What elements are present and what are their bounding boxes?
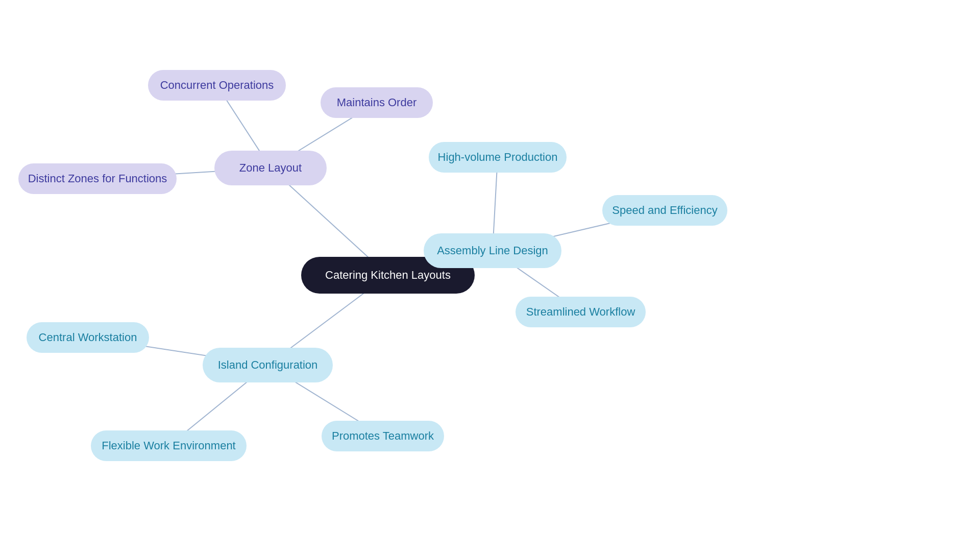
node-flexible-label: Flexible Work Environment: [102, 439, 235, 453]
node-streamlined-label: Streamlined Workflow: [526, 305, 635, 320]
node-maintains-label: Maintains Order: [337, 95, 417, 110]
node-maintains-order: Maintains Order: [321, 87, 433, 118]
node-concurrent-operations: Concurrent Operations: [148, 70, 286, 101]
node-high-volume: High-volume Production: [429, 142, 567, 173]
node-workstation-label: Central Workstation: [39, 330, 137, 345]
node-teamwork-label: Promotes Teamwork: [332, 429, 434, 444]
node-assembly-line: Assembly Line Design: [424, 233, 561, 268]
node-central-label: Catering Kitchen Layouts: [325, 268, 451, 283]
node-flexible-work: Flexible Work Environment: [91, 430, 247, 461]
node-speed-label: Speed and Efficiency: [612, 203, 717, 218]
node-distinct-zones: Distinct Zones for Functions: [18, 163, 177, 194]
node-island-label: Island Configuration: [218, 358, 318, 373]
node-distinct-label: Distinct Zones for Functions: [28, 172, 167, 186]
node-highvol-label: High-volume Production: [438, 150, 558, 165]
node-streamlined-workflow: Streamlined Workflow: [516, 297, 646, 327]
node-concurrent-label: Concurrent Operations: [160, 78, 274, 93]
node-assembly-label: Assembly Line Design: [437, 244, 548, 258]
node-island-configuration: Island Configuration: [203, 348, 333, 382]
node-central-workstation: Central Workstation: [27, 322, 149, 353]
node-speed-efficiency: Speed and Efficiency: [602, 195, 727, 226]
node-zone-layout: Zone Layout: [214, 151, 327, 185]
node-zone-layout-label: Zone Layout: [239, 161, 302, 176]
mind-map-connections: [0, 0, 980, 553]
node-promotes-teamwork: Promotes Teamwork: [322, 421, 444, 451]
